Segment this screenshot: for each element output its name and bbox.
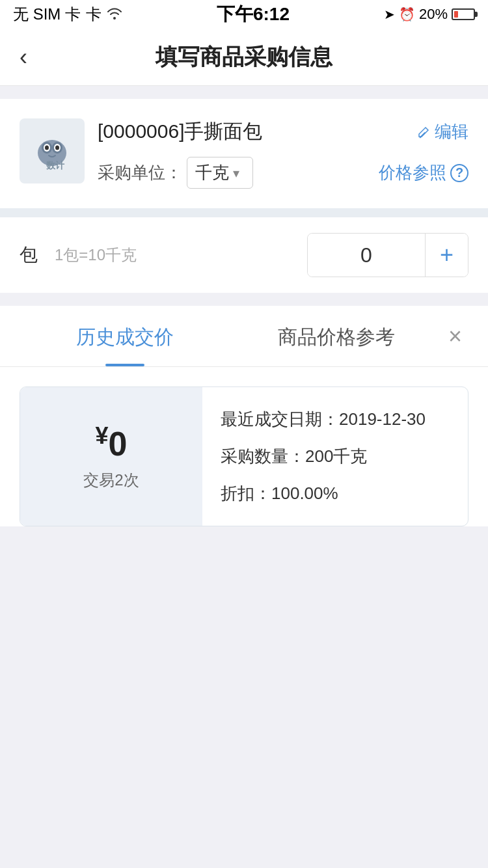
nav-bar: ‹ 填写商品采购信息: [0, 29, 488, 86]
battery-pct: 20%: [419, 6, 448, 23]
sim-label: 卡: [86, 4, 102, 25]
currency-symbol: ¥: [96, 422, 109, 449]
product-thumbnail: 数计: [20, 118, 85, 183]
bottom-panel: 历史成交价 商品价格参考 × ¥0 交易2次 最近成交日期：2019-12-30…: [0, 306, 488, 526]
status-left: 无 SIM 卡 卡: [13, 4, 122, 25]
history-card: ¥0 交易2次 最近成交日期：2019-12-30 采购数量：200千克 折扣：…: [20, 387, 468, 526]
history-price: ¥0: [96, 422, 128, 463]
product-header: 数计 [0000006]手撕面包 编辑 采购单位： 千克: [20, 118, 468, 189]
product-name: [0000006]手撕面包: [98, 118, 262, 145]
tab-reference[interactable]: 商品价格参考: [230, 306, 441, 366]
tab-underline: [105, 364, 144, 366]
purchase-unit-row: 采购单位： 千克 ▾ 价格参照 ?: [98, 157, 468, 189]
battery-icon: [452, 8, 475, 20]
svg-text:数计: 数计: [46, 160, 65, 170]
svg-point-5: [45, 146, 49, 150]
status-bar: 无 SIM 卡 卡 下午6:12 ➤ ⏰ 20%: [0, 0, 488, 29]
close-button[interactable]: ×: [442, 318, 468, 355]
svg-point-6: [55, 146, 59, 150]
location-icon: ➤: [384, 7, 395, 22]
quantity-input-group: +: [307, 233, 468, 277]
quantity-hint: 1包=10千克: [55, 245, 137, 265]
alarm-icon: ⏰: [399, 7, 415, 22]
quantity-unit-label: 包: [20, 243, 38, 267]
product-info: [0000006]手撕面包 编辑 采购单位： 千克 ▾: [98, 118, 468, 189]
unit-select[interactable]: 千克 ▾: [187, 157, 253, 189]
history-date-row: 最近成交日期：2019-12-30: [221, 407, 450, 432]
status-time: 下午6:12: [217, 2, 290, 27]
wifi-icon: [107, 5, 122, 23]
history-price-section: ¥0 交易2次: [20, 387, 202, 526]
page-title: 填写商品采购信息: [156, 42, 332, 72]
quantity-row: 包 1包=10千克 +: [0, 217, 488, 293]
carrier-label: 无 SIM 卡: [13, 4, 81, 25]
tabs-row: 历史成交价 商品价格参考 ×: [0, 306, 488, 367]
divider-bar: [0, 208, 488, 217]
quantity-plus-button[interactable]: +: [425, 234, 468, 277]
history-details: 最近成交日期：2019-12-30 采购数量：200千克 折扣：100.00%: [202, 387, 468, 526]
history-discount-row: 折扣：100.00%: [221, 481, 450, 506]
history-tx-count: 交易2次: [83, 470, 139, 491]
history-qty-row: 采购数量：200千克: [221, 444, 450, 469]
product-name-row: [0000006]手撕面包 编辑: [98, 118, 468, 145]
purchase-unit-label: 采购单位： 千克 ▾: [98, 157, 253, 189]
question-icon: ?: [450, 164, 468, 182]
edit-button[interactable]: 编辑: [416, 120, 468, 143]
status-right: ➤ ⏰ 20%: [384, 6, 475, 23]
quantity-input[interactable]: [308, 234, 425, 277]
price-ref-button[interactable]: 价格参照 ?: [379, 161, 468, 184]
product-card: 数计 [0000006]手撕面包 编辑 采购单位： 千克: [0, 99, 488, 208]
back-button[interactable]: ‹: [20, 37, 40, 77]
tab-history[interactable]: 历史成交价: [20, 306, 230, 366]
